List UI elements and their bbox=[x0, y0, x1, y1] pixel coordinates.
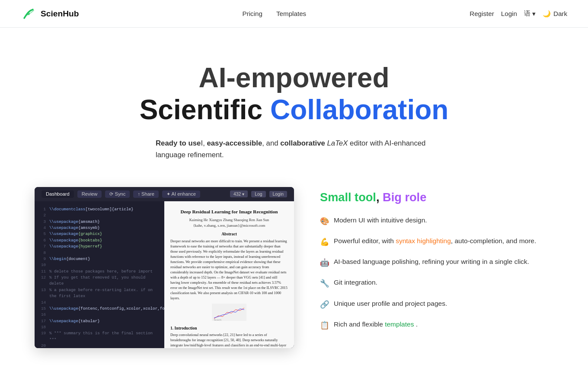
feature-text-git: Git integration. bbox=[334, 277, 377, 288]
tab-review[interactable]: Review bbox=[77, 190, 102, 198]
preview-authors: Kaiming He Xiangyu Zhang Shaoqing Ren Ji… bbox=[170, 217, 288, 228]
svg-rect-1 bbox=[212, 304, 246, 321]
hero-title: AI-empowered Scientific Collaboration bbox=[21, 62, 567, 126]
feature-text-editor: Powerful editor, with syntax highlightin… bbox=[334, 236, 536, 246]
logo-icon bbox=[21, 6, 36, 22]
app-screenshot: Dashboard Review ⟳ Sync ↑ Share ✦ AI enh… bbox=[35, 187, 294, 348]
nav-login-button[interactable]: Login bbox=[501, 10, 517, 17]
nav-right: Register Login 语 ▾ 🌙 Dark bbox=[470, 9, 567, 18]
subtitle-collaborative: collaborative bbox=[280, 139, 325, 147]
nav-pricing[interactable]: Pricing bbox=[243, 10, 262, 17]
feature-templates-after: . bbox=[414, 320, 418, 328]
feature-templates-before: Rich and flexible bbox=[334, 320, 385, 328]
features-panel: Small tool, Big role 🎨 Modern UI with in… bbox=[320, 187, 553, 340]
nav-links: Pricing Templates bbox=[243, 10, 307, 18]
features-heading-small-tool: Small tool bbox=[320, 190, 376, 204]
tab-ai[interactable]: ✦ AI enhance bbox=[162, 190, 200, 198]
feature-emoji-notepad: 📋 bbox=[320, 320, 329, 331]
svg-point-0 bbox=[27, 13, 30, 15]
tab-dashboard[interactable]: Dashboard bbox=[42, 190, 74, 198]
moon-icon: 🌙 bbox=[543, 10, 551, 18]
topbar-tabs: Dashboard Review ⟳ Sync ↑ Share ✦ AI enh… bbox=[42, 190, 225, 198]
dark-label: Dark bbox=[553, 10, 567, 17]
preview-content: Deep Residual Learning for Image Recogni… bbox=[164, 201, 294, 348]
feature-item-ai: 🤖 AI-based language polishing, refining … bbox=[320, 257, 553, 269]
hero-subtitle: Ready to useI, easy-accessible, and coll… bbox=[156, 138, 432, 161]
code-editor-panel: 1\\documentclass[twocolumn]{article} 2 3… bbox=[35, 201, 164, 348]
subtitle-ready: Ready to use bbox=[156, 139, 201, 147]
editor-body: 1\\documentclass[twocolumn]{article} 2 3… bbox=[35, 201, 294, 348]
nav-dark-mode-toggle[interactable]: 🌙 Dark bbox=[543, 10, 567, 18]
hero-title-line2: Scientific Collaboration bbox=[21, 94, 567, 126]
content-section: Dashboard Review ⟳ Sync ↑ Share ✦ AI enh… bbox=[0, 187, 588, 371]
feature-emoji-link: 🔗 bbox=[320, 299, 329, 311]
feature-item-git: 🔧 Git integration. bbox=[320, 277, 553, 289]
topbar-compile-btn[interactable]: 432 ▾ bbox=[230, 190, 248, 197]
preview-intro-title: 1. Introduction bbox=[170, 325, 288, 331]
feature-editor-after: , auto-completion, and more. bbox=[451, 237, 537, 244]
preview-abstract-text: Deeper neural networks are more difficul… bbox=[170, 239, 288, 301]
app-topbar: Dashboard Review ⟳ Sync ↑ Share ✦ AI enh… bbox=[35, 187, 294, 201]
feature-emoji-robot: 🤖 bbox=[320, 257, 329, 269]
feature-emoji-muscle: 💪 bbox=[320, 236, 329, 248]
hero-title-scientific: Scientific bbox=[140, 94, 270, 125]
nav-register-button[interactable]: Register bbox=[470, 10, 494, 17]
feature-item-profile: 🔗 Unique user profile and project pages. bbox=[320, 298, 553, 311]
feature-text-ai: AI-based language polishing, refining yo… bbox=[334, 257, 529, 267]
features-heading-big-role: Big role bbox=[379, 190, 426, 204]
preview-intro-text: Deep convolutional neural networks [22, … bbox=[170, 333, 288, 348]
preview-paper-title: Deep Residual Learning for Image Recogni… bbox=[170, 208, 288, 216]
topbar-login-btn[interactable]: Login bbox=[269, 191, 287, 197]
templates-link[interactable]: templates bbox=[385, 320, 414, 328]
svg-text:Error rate (%): Error rate (%) bbox=[214, 319, 221, 321]
feature-item-ui: 🎨 Modern UI with intuitive design. bbox=[320, 215, 553, 227]
feature-item-editor: 💪 Powerful editor, with syntax highlight… bbox=[320, 236, 553, 248]
subtitle-easy: easy-accessible bbox=[207, 139, 262, 147]
feature-text-profile: Unique user profile and project pages. bbox=[334, 298, 447, 309]
hero-section: AI-empowered Scientific Collaboration Re… bbox=[0, 28, 588, 187]
feature-text-ui: Modern UI with intuitive design. bbox=[334, 215, 427, 225]
tab-sync[interactable]: ⟳ Sync bbox=[105, 190, 130, 198]
topbar-right: 432 ▾ Log Login bbox=[230, 190, 287, 197]
feature-emoji-palette: 🎨 bbox=[320, 216, 329, 227]
logo[interactable]: ScienHub bbox=[21, 6, 79, 22]
nav-templates[interactable]: Templates bbox=[276, 10, 306, 17]
preview-abstract-label: Abstract bbox=[170, 231, 288, 237]
pdf-preview-panel: Deep Residual Learning for Image Recogni… bbox=[164, 201, 294, 348]
tab-share[interactable]: ↑ Share bbox=[133, 190, 159, 198]
features-heading: Small tool, Big role bbox=[320, 190, 553, 205]
feature-emoji-wrench: 🔧 bbox=[320, 278, 329, 289]
lang-icon: 语 bbox=[524, 9, 530, 18]
feature-text-templates: Rich and flexible templates . bbox=[334, 319, 418, 330]
logo-text: ScienHub bbox=[41, 9, 79, 19]
hero-title-line1: AI-empowered bbox=[21, 62, 567, 94]
feature-item-templates: 📋 Rich and flexible templates . bbox=[320, 319, 553, 331]
syntax-highlighting-link[interactable]: syntax highlighting bbox=[396, 237, 451, 244]
navbar: ScienHub Pricing Templates Register Logi… bbox=[0, 0, 588, 28]
hero-title-collaboration: Collaboration bbox=[270, 94, 448, 125]
feature-editor-before: Powerful editor, with bbox=[334, 237, 396, 244]
nav-language-selector[interactable]: 语 ▾ bbox=[524, 9, 536, 18]
chevron-down-icon: ▾ bbox=[532, 10, 536, 18]
subtitle-latex: LaTeX bbox=[325, 139, 348, 147]
preview-figure: Error rate (%) bbox=[170, 304, 288, 323]
topbar-log-btn[interactable]: Log bbox=[251, 191, 265, 197]
